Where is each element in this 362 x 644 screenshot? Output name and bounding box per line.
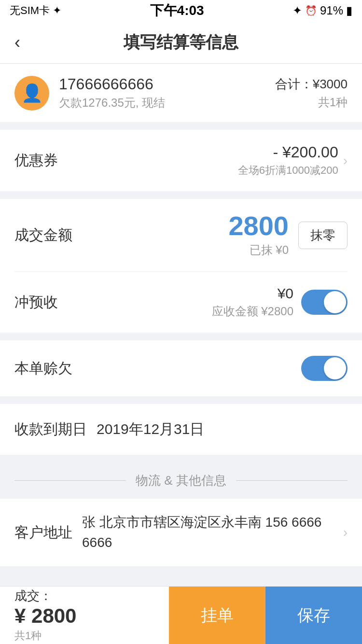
prepay-right: ¥0 应收金额 ¥2800	[212, 285, 348, 319]
coupon-label: 优惠券	[14, 151, 58, 170]
coupon-amount: - ¥200.00	[238, 143, 338, 161]
customer-debt: 欠款1276.35元, 现结	[59, 95, 165, 111]
deal-amount-value: 2800	[228, 212, 289, 239]
nav-bar: ‹ 填写结算等信息	[0, 21, 362, 64]
battery-text: 91%	[320, 4, 343, 17]
prepay-row: 冲预收 ¥0 应收金额 ¥2800	[0, 272, 362, 333]
battery-icon: ▮	[346, 4, 352, 17]
debt-row: 本单赊欠	[0, 340, 362, 396]
clock-icon: ⏰	[305, 5, 317, 16]
logistics-text: 物流 & 其他信息	[136, 472, 226, 489]
prepay-amount-col: ¥0 应收金额 ¥2800	[212, 285, 293, 319]
total-items: 共1种	[275, 95, 348, 110]
due-date-value: 2019年12月31日	[97, 420, 204, 439]
page-title: 填写结算等信息	[124, 31, 238, 54]
deal-amount-sub: 已抹 ¥0	[228, 242, 289, 258]
logistics-line-left	[14, 480, 126, 481]
coupon-desc: 全场6折满1000减200	[238, 163, 338, 178]
customer-total: 合计：¥3000 共1种	[275, 76, 348, 110]
prepay-toggle[interactable]	[301, 290, 348, 315]
coupon-right-col: - ¥200.00 全场6折满1000减200	[238, 143, 338, 178]
coupon-row[interactable]: 优惠券 - ¥200.00 全场6折满1000减200 ›	[0, 130, 362, 191]
prepay-amount: ¥0	[212, 285, 293, 302]
location-icon: ✦	[292, 4, 302, 17]
save-button[interactable]: 保存	[265, 587, 362, 644]
due-date-row: 收款到期日 2019年12月31日	[0, 404, 362, 455]
back-button[interactable]: ‹	[14, 32, 20, 53]
debt-toggle[interactable]	[301, 356, 348, 381]
customer-phone: 17666666666	[59, 75, 165, 93]
status-bar: 无SIM卡 ✦ 下午4:03 ✦ ⏰ 91% ▮	[0, 0, 362, 21]
address-label: 客户地址	[14, 523, 72, 543]
customer-row: 👤 17666666666 欠款1276.35元, 现结 合计：¥3000 共1…	[0, 64, 362, 122]
logistics-divider: 物流 & 其他信息	[0, 462, 362, 499]
footer-deal-label: 成交：	[14, 588, 154, 604]
footer-amount: ¥ 2800	[14, 604, 154, 628]
pending-button[interactable]: 挂单	[169, 587, 265, 644]
logistics-line-right	[236, 480, 348, 481]
amount-right: 2800 已抹 ¥0 抹零	[228, 212, 348, 258]
due-date-label: 收款到期日	[14, 420, 87, 439]
address-chevron-icon: ›	[343, 525, 348, 540]
prepay-sub: 应收金额 ¥2800	[212, 304, 293, 319]
coupon-right: - ¥200.00 全场6折满1000减200 ›	[238, 143, 348, 178]
toggle-knob	[324, 291, 346, 313]
prepay-label: 冲预收	[14, 293, 58, 312]
avatar: 👤	[14, 76, 49, 111]
status-right: ✦ ⏰ 91% ▮	[292, 4, 352, 17]
sim-text: 无SIM卡 ✦	[10, 3, 61, 18]
avatar-icon: 👤	[21, 83, 43, 103]
footer: 成交： ¥ 2800 共1种 挂单 保存	[0, 586, 362, 644]
address-row[interactable]: 客户地址 张 北京市市辖区海淀区永丰南 156 6666 6666 ›	[0, 499, 362, 566]
customer-left: 👤 17666666666 欠款1276.35元, 现结	[14, 75, 165, 111]
deal-amount-label: 成交金额	[14, 225, 72, 245]
amount-value-col: 2800 已抹 ¥0	[228, 212, 289, 258]
footer-left: 成交： ¥ 2800 共1种	[0, 588, 169, 643]
total-label: 合计：¥3000	[275, 76, 348, 93]
round-button[interactable]: 抹零	[298, 222, 348, 249]
status-time: 下午4:03	[150, 1, 204, 20]
amount-section: 成交金额 2800 已抹 ¥0 抹零 冲预收 ¥0 应收金额 ¥2800	[0, 199, 362, 333]
amount-row: 成交金额 2800 已抹 ¥0 抹零	[0, 199, 362, 271]
debt-label: 本单赊欠	[14, 359, 72, 378]
coupon-chevron-icon: ›	[343, 153, 348, 168]
address-value: 张 北京市市辖区海淀区永丰南 156 6666 6666	[82, 512, 338, 553]
customer-info: 17666666666 欠款1276.35元, 现结	[59, 75, 165, 111]
status-left: 无SIM卡 ✦	[10, 3, 61, 18]
footer-items: 共1种	[14, 629, 154, 643]
debt-toggle-knob	[324, 357, 346, 379]
